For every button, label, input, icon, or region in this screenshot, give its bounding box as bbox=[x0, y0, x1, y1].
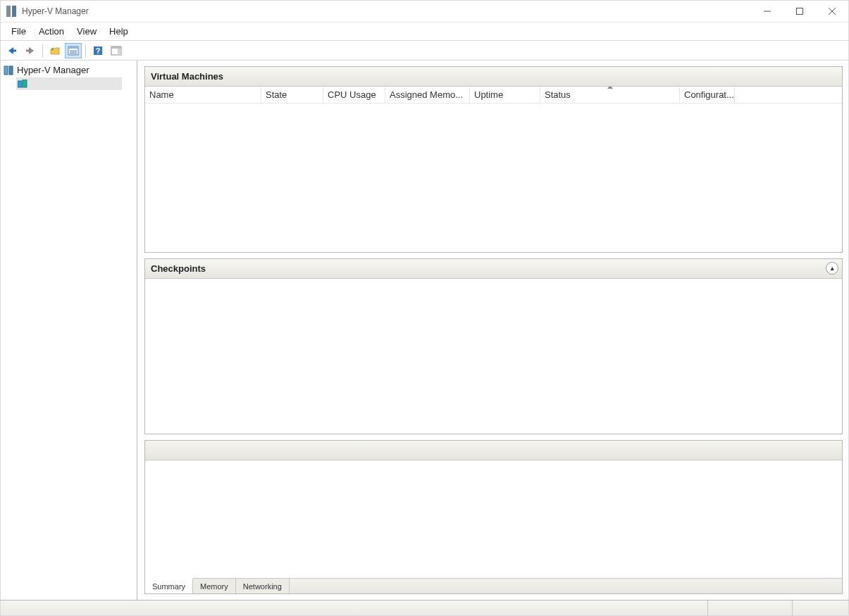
svg-rect-7 bbox=[68, 46, 78, 49]
forward-button[interactable] bbox=[22, 43, 39, 58]
close-button[interactable] bbox=[816, 1, 848, 22]
statusbar bbox=[0, 600, 849, 616]
menu-file[interactable]: File bbox=[5, 24, 32, 39]
svg-rect-1 bbox=[797, 8, 803, 15]
content-pane: Virtual Machines Name State CPU Usage As… bbox=[137, 61, 848, 600]
svg-rect-19 bbox=[23, 80, 27, 87]
details-body bbox=[145, 460, 842, 578]
tree-root-label: Hyper-V Manager bbox=[17, 65, 89, 75]
virtual-machines-panel: Virtual Machines Name State CPU Usage As… bbox=[144, 66, 843, 253]
collapse-button[interactable]: ▴ bbox=[826, 262, 838, 275]
svg-text:?: ? bbox=[96, 46, 101, 55]
status-segment-main bbox=[1, 601, 707, 615]
menubar: File Action View Help bbox=[0, 22, 849, 41]
svg-rect-5 bbox=[26, 49, 30, 51]
svg-rect-18 bbox=[18, 81, 22, 87]
tree-pane: Hyper-V Manager bbox=[1, 61, 137, 600]
host-icon bbox=[18, 80, 27, 88]
menu-help[interactable]: Help bbox=[103, 24, 135, 39]
titlebar: Hyper-V Manager bbox=[0, 0, 849, 22]
show-hide-console-tree-button[interactable] bbox=[47, 43, 63, 58]
vm-column-headers: Name State CPU Usage Assigned Memo... Up… bbox=[145, 87, 842, 103]
column-uptime[interactable]: Uptime bbox=[470, 87, 540, 103]
help-button[interactable]: ? bbox=[89, 43, 106, 58]
details-tabs: Summary Memory Networking bbox=[145, 578, 842, 593]
column-configuration[interactable]: Configurat... bbox=[680, 87, 735, 103]
details-header bbox=[145, 441, 842, 460]
server-icon bbox=[4, 65, 13, 75]
svg-rect-4 bbox=[13, 49, 16, 51]
show-hide-action-pane-button[interactable] bbox=[108, 43, 125, 58]
toolbar-separator bbox=[42, 44, 43, 57]
menu-view[interactable]: View bbox=[70, 24, 103, 39]
checkpoints-body[interactable] bbox=[145, 279, 842, 434]
chevron-up-icon: ▴ bbox=[831, 265, 834, 272]
status-segment-2 bbox=[707, 601, 792, 615]
column-cpu-usage[interactable]: CPU Usage bbox=[323, 87, 385, 103]
virtual-machines-title: Virtual Machines bbox=[151, 71, 223, 82]
properties-button[interactable] bbox=[65, 43, 82, 58]
tab-networking[interactable]: Networking bbox=[236, 579, 290, 593]
column-state[interactable]: State bbox=[261, 87, 323, 103]
svg-rect-17 bbox=[9, 66, 13, 75]
svg-rect-16 bbox=[4, 66, 8, 75]
status-segment-3 bbox=[792, 601, 848, 615]
column-name[interactable]: Name bbox=[145, 87, 261, 103]
checkpoints-panel: Checkpoints ▴ bbox=[144, 258, 843, 434]
column-assigned-memory[interactable]: Assigned Memo... bbox=[385, 87, 470, 103]
app-icon bbox=[6, 6, 18, 17]
checkpoints-header: Checkpoints ▴ bbox=[145, 259, 842, 279]
details-panel: Summary Memory Networking bbox=[144, 440, 843, 594]
vm-list-body[interactable] bbox=[145, 103, 842, 252]
maximize-button[interactable] bbox=[783, 1, 816, 22]
svg-rect-15 bbox=[111, 46, 121, 49]
virtual-machines-header: Virtual Machines bbox=[145, 67, 842, 87]
menu-action[interactable]: Action bbox=[32, 24, 70, 39]
toolbar: ? bbox=[0, 41, 849, 61]
tab-summary[interactable]: Summary bbox=[145, 578, 193, 593]
back-button[interactable] bbox=[4, 43, 20, 58]
tree-host-node[interactable] bbox=[16, 77, 122, 90]
column-status[interactable]: Status bbox=[540, 87, 680, 103]
toolbar-separator bbox=[85, 44, 86, 57]
tab-memory[interactable]: Memory bbox=[193, 579, 236, 593]
minimize-button[interactable] bbox=[751, 1, 783, 22]
checkpoints-title: Checkpoints bbox=[151, 263, 206, 274]
tree-root-hyperv-manager[interactable]: Hyper-V Manager bbox=[2, 63, 135, 77]
window-title: Hyper-V Manager bbox=[22, 6, 89, 16]
